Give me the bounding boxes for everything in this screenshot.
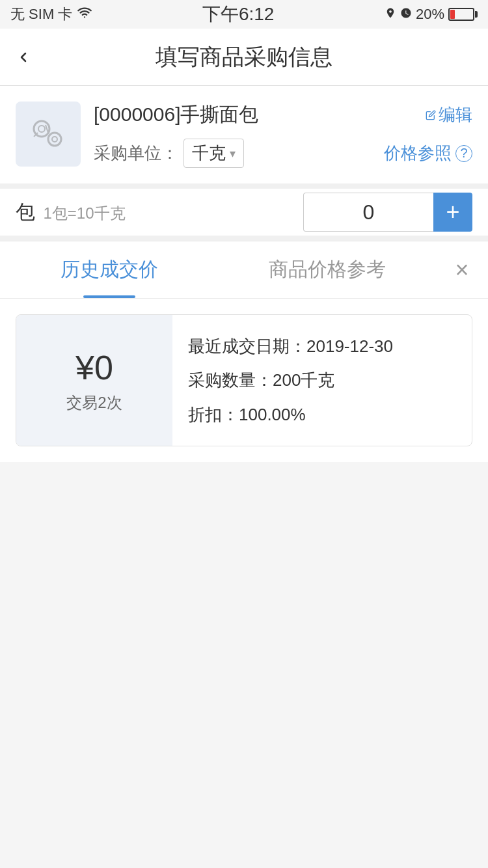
sim-label: 无 SIM 卡 [10, 5, 72, 24]
quantity-unit-area: 包 1包=10千克 [16, 199, 126, 226]
back-button[interactable] [16, 44, 31, 71]
price-ref-button[interactable]: 价格参照 ? [384, 142, 472, 165]
history-right: 最近成交日期：2019-12-30 采购数量：200千克 折扣：100.00% [172, 315, 472, 446]
tab-history-price[interactable]: 历史成交价 [0, 241, 218, 298]
alarm-icon [400, 6, 412, 23]
tab-active-indicator [83, 295, 135, 298]
status-bar: 无 SIM 卡 下午6:12 20% [0, 0, 488, 29]
price-ref-label: 价格参照 [384, 142, 452, 165]
unit-select[interactable]: 千克 ▾ [183, 139, 244, 168]
status-time: 下午6:12 [202, 2, 275, 27]
edit-label: 编辑 [439, 103, 472, 126]
nav-bar: 填写商品采购信息 [0, 29, 488, 86]
svg-point-4 [52, 137, 57, 142]
unit-value: 千克 [192, 142, 226, 165]
tab-close-button[interactable]: × [436, 256, 488, 284]
tab-panel: 历史成交价 商品价格参考 × ¥0 交易2次 最近成交日期：2019-12-30… [0, 241, 488, 462]
history-recent-date: 最近成交日期：2019-12-30 [188, 334, 456, 358]
quantity-label: 采购数量： [188, 370, 273, 390]
product-icon [16, 102, 81, 167]
product-card: [0000006]手撕面包 编辑 采购单位： 千克 ▾ 价格参照 ? [0, 86, 488, 189]
battery-percent: 20% [416, 6, 444, 23]
recent-date-value: 2019-12-30 [306, 336, 393, 356]
history-left: ¥0 交易2次 [16, 315, 172, 446]
svg-line-6 [46, 125, 48, 133]
quantity-input[interactable] [303, 193, 433, 232]
history-price: ¥0 [75, 348, 113, 387]
quantity-row: 包 1包=10千克 + [0, 189, 488, 241]
product-name: [0000006]手撕面包 [94, 102, 258, 128]
status-right: 20% [385, 6, 478, 23]
quantity-input-area: + [303, 193, 472, 232]
wifi-icon [77, 5, 92, 23]
plus-icon: + [446, 198, 459, 226]
discount-label: 折扣： [188, 405, 239, 424]
battery-icon [448, 8, 478, 21]
tab1-label: 历史成交价 [61, 256, 158, 283]
location-icon [385, 6, 396, 23]
edit-button[interactable]: 编辑 [426, 103, 472, 126]
product-info: [0000006]手撕面包 编辑 采购单位： 千克 ▾ 价格参照 ? [94, 102, 472, 168]
chevron-down-icon: ▾ [230, 146, 236, 161]
quantity-unit: 包 [16, 201, 35, 223]
discount-value: 100.00% [239, 405, 306, 424]
help-icon: ? [455, 145, 472, 162]
quantity-plus-button[interactable]: + [433, 193, 472, 232]
svg-point-2 [38, 126, 45, 132]
svg-point-3 [48, 133, 61, 146]
close-icon: × [455, 256, 468, 284]
recent-date-label: 最近成交日期： [188, 336, 306, 356]
status-left: 无 SIM 卡 [10, 5, 92, 24]
history-quantity: 采购数量：200千克 [188, 368, 456, 392]
tab-header: 历史成交价 商品价格参考 × [0, 241, 488, 299]
tab2-label: 商品价格参考 [269, 256, 386, 283]
history-card: ¥0 交易2次 最近成交日期：2019-12-30 采购数量：200千克 折扣：… [16, 314, 472, 446]
unit-label: 采购单位： [94, 142, 178, 165]
unit-hint: 1包=10千克 [43, 204, 125, 222]
tab-product-price-ref[interactable]: 商品价格参考 [218, 241, 436, 298]
history-content: ¥0 交易2次 最近成交日期：2019-12-30 采购数量：200千克 折扣：… [0, 299, 488, 462]
history-discount: 折扣：100.00% [188, 403, 456, 426]
quantity-value: 200千克 [273, 370, 334, 390]
page-title: 填写商品采购信息 [156, 42, 332, 72]
history-transactions: 交易2次 [66, 392, 122, 413]
